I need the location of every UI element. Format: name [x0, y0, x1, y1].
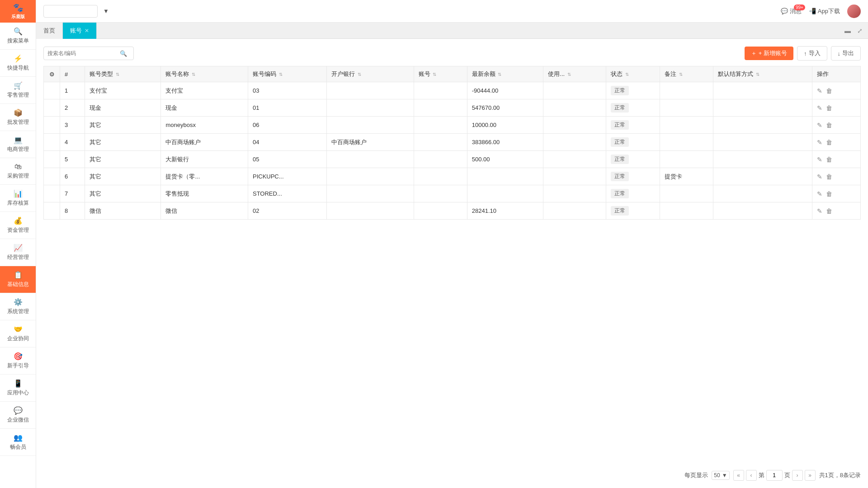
table-header-type[interactable]: 账号类型 ⇅ — [85, 66, 161, 82]
tab-home[interactable]: 首页 — [36, 23, 63, 39]
table-header-balance[interactable]: 最新余额 ⇅ — [467, 66, 543, 82]
app-download-button[interactable]: 📲 App下载 — [809, 7, 840, 15]
sidebar-item-enterprise-wechat[interactable]: 💬 企业微信 — [0, 402, 36, 429]
table-header-settle-method[interactable]: 默认结算方式 ⇅ — [713, 66, 812, 82]
tab-close-icon[interactable]: ✕ — [85, 28, 89, 34]
row-name: 支付宝 — [161, 82, 248, 99]
sidebar-item-members[interactable]: 👥 畅会员 — [0, 429, 36, 456]
avatar[interactable] — [847, 5, 861, 18]
edit-icon[interactable]: ✎ — [817, 207, 822, 215]
page-input[interactable] — [766, 470, 783, 481]
row-gear — [44, 99, 60, 117]
sidebar-item-new-guide[interactable]: 🎯 新手引导 — [0, 347, 36, 375]
edit-icon[interactable]: ✎ — [817, 104, 822, 112]
finance-mgmt-icon: 💰 — [14, 216, 23, 225]
enterprise-wechat-icon: 💬 — [14, 406, 23, 415]
table-row: 8 微信 微信 02 28241.10 正常 ✎ 🗑 — [44, 202, 861, 220]
import-icon: ↑ — [804, 50, 807, 57]
table-header-bank[interactable]: 开户银行 ⇅ — [327, 66, 414, 82]
inventory-icon: 📊 — [14, 189, 23, 198]
table-header-account-no[interactable]: 账号 ⇅ — [414, 66, 467, 82]
message-button[interactable]: 💬 消息 99+ — [781, 7, 802, 15]
sidebar-item-finance-mgmt[interactable]: 💰 资金管理 — [0, 212, 36, 239]
topbar-search-input[interactable] — [43, 5, 98, 18]
sidebar-item-search-menu[interactable]: 🔍 搜索菜单 — [0, 23, 36, 50]
page-suffix: 页 — [784, 471, 790, 479]
page-nav: « ‹ 第 页 › » — [733, 470, 816, 481]
table-header-note[interactable]: 备注 ⇅ — [660, 66, 713, 82]
row-note: 提货卡 — [660, 168, 713, 185]
table-header-usage[interactable]: 使用... ⇅ — [543, 66, 606, 82]
chevron-down-icon: ▼ — [722, 472, 727, 479]
app-center-icon: 📱 — [14, 379, 23, 388]
sidebar-item-purchase-mgmt[interactable]: 🛍 采购管理 — [0, 158, 36, 185]
sidebar-item-retail-mgmt[interactable]: 🛒 零售管理 — [0, 77, 36, 104]
quick-nav-icon: ⚡ — [14, 54, 23, 63]
tab-account[interactable]: 账号 ✕ — [63, 23, 97, 39]
row-balance: 28241.10 — [467, 202, 543, 220]
row-account-no — [414, 168, 467, 185]
sidebar-item-basic-info[interactable]: 📋 基础信息 — [0, 266, 36, 293]
page-size-select[interactable]: 50 ▼ — [712, 471, 729, 480]
table-header-status[interactable]: 状态 ⇅ — [606, 66, 660, 82]
row-balance: 10000.00 — [467, 117, 543, 134]
edit-icon[interactable]: ✎ — [817, 122, 822, 129]
row-usage — [543, 202, 606, 220]
row-name: 现金 — [161, 99, 248, 117]
first-page-button[interactable]: « — [733, 470, 744, 481]
delete-icon[interactable]: 🗑 — [826, 139, 832, 146]
search-input[interactable] — [47, 50, 120, 56]
add-account-button[interactable]: ＋ + 新增账号 — [745, 47, 793, 60]
edit-icon[interactable]: ✎ — [817, 156, 822, 163]
chevron-down-icon: ▼ — [103, 8, 109, 14]
row-account-no — [414, 99, 467, 117]
table-header-name[interactable]: 账号名称 ⇅ — [161, 66, 248, 82]
page-size-label: 每页显示 — [684, 471, 708, 479]
row-actions: ✎ 🗑 — [812, 82, 860, 99]
table-row: 4 其它 中百商场账户 04 中百商场账户 383866.00 正常 ✎ 🗑 — [44, 134, 861, 151]
sidebar-item-app-center[interactable]: 📱 应用中心 — [0, 375, 36, 402]
row-name: 零售抵现 — [161, 185, 248, 202]
row-gear — [44, 134, 60, 151]
delete-icon[interactable]: 🗑 — [826, 207, 832, 215]
edit-icon[interactable]: ✎ — [817, 87, 822, 94]
delete-icon[interactable]: 🗑 — [826, 122, 832, 129]
sidebar-item-operations-mgmt[interactable]: 📈 经营管理 — [0, 239, 36, 266]
sidebar-item-label: 采购管理 — [7, 172, 29, 180]
sidebar-item-enterprise-collab[interactable]: 🤝 企业协同 — [0, 320, 36, 347]
row-account-no — [414, 185, 467, 202]
message-icon: 💬 — [781, 8, 788, 14]
edit-icon[interactable]: ✎ — [817, 173, 822, 180]
sidebar-item-system-mgmt[interactable]: ⚙️ 系统管理 — [0, 293, 36, 320]
tab-maximize-icon[interactable]: ⤢ — [855, 26, 864, 35]
row-settle-method — [713, 82, 812, 99]
last-page-button[interactable]: » — [805, 470, 816, 481]
table-header-gear[interactable]: ⚙ — [44, 66, 60, 82]
table-header-code[interactable]: 账号编码 ⇅ — [248, 66, 326, 82]
sidebar-item-inventory[interactable]: 📊 库存核算 — [0, 185, 36, 212]
export-button[interactable]: ↓ 导出 — [831, 46, 861, 61]
delete-icon[interactable]: 🗑 — [826, 104, 832, 112]
delete-icon[interactable]: 🗑 — [826, 190, 832, 197]
search-icon[interactable]: 🔍 — [120, 50, 127, 57]
edit-icon[interactable]: ✎ — [817, 190, 822, 197]
topbar-right: 💬 消息 99+ 📲 App下载 — [781, 5, 861, 18]
sidebar-item-ecommerce-mgmt[interactable]: 💻 电商管理 — [0, 131, 36, 158]
tab-minimize-icon[interactable]: ▬ — [843, 26, 853, 35]
import-button[interactable]: ↑ 导入 — [797, 46, 827, 61]
row-bank — [327, 168, 414, 185]
topbar-dropdown[interactable]: ▼ — [103, 8, 109, 14]
delete-icon[interactable]: 🗑 — [826, 156, 832, 163]
add-icon: ＋ — [751, 49, 757, 57]
avatar-image — [847, 5, 861, 18]
sidebar-item-quick-nav[interactable]: ⚡ 快捷导航 — [0, 50, 36, 77]
page-size-value: 50 — [714, 472, 720, 479]
prev-page-button[interactable]: ‹ — [746, 470, 757, 481]
sidebar-item-wholesale-mgmt[interactable]: 📦 批发管理 — [0, 104, 36, 131]
row-actions: ✎ 🗑 — [812, 168, 860, 185]
new-guide-icon: 🎯 — [14, 352, 23, 361]
edit-icon[interactable]: ✎ — [817, 139, 822, 146]
delete-icon[interactable]: 🗑 — [826, 173, 832, 180]
delete-icon[interactable]: 🗑 — [826, 87, 832, 94]
next-page-button[interactable]: › — [792, 470, 803, 481]
